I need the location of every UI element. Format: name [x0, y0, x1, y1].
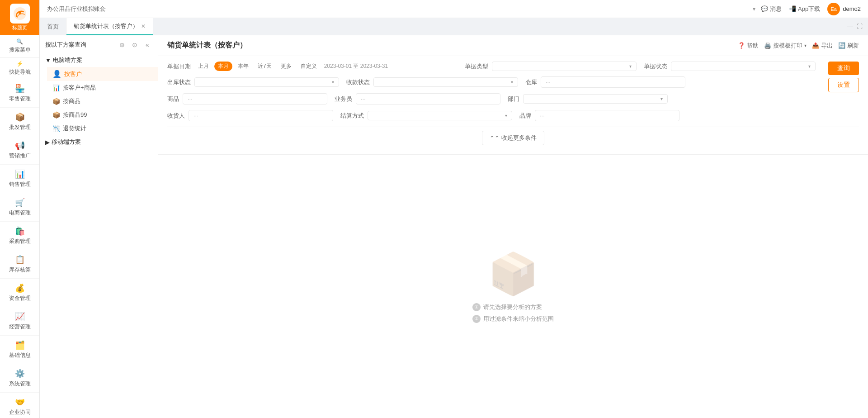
scheme-by-product-99[interactable]: 📦 按商品99 — [47, 108, 158, 122]
empty-state: 📦 ① 请先选择要分析的方案 ② 用过滤条件来缩小分析范围 — [158, 155, 868, 418]
topbar-dropdown-arrow[interactable]: ▾ — [753, 6, 755, 12]
sidebar-item-basic[interactable]: 🗂️ 基础信息 — [0, 336, 39, 364]
sidebar-item-inventory[interactable]: 📋 库存核算 — [0, 250, 39, 279]
dept-select[interactable]: ▾ — [523, 94, 668, 104]
out-status-select[interactable]: ▾ — [194, 77, 339, 87]
app-download-btn[interactable]: 📲 App下载 — [789, 5, 820, 13]
date-range: 2023-03-01 至 2023-03-31 — [324, 62, 388, 70]
filter-row-4: 收货人 ··· 结算方式 ▾ — [167, 110, 816, 121]
minimize-icon[interactable]: — — [847, 23, 853, 30]
purchase-icon: 🛍️ — [15, 226, 25, 236]
product-value: ··· — [188, 95, 193, 102]
staff-filter: 业务员 ··· — [335, 93, 500, 104]
sidebar-item-operations[interactable]: 📈 经营管理 — [0, 307, 39, 336]
by-customer-icon: 👤 — [52, 70, 61, 78]
last-7-days-btn[interactable]: 近7天 — [254, 62, 275, 71]
tab-sales-stats[interactable]: 销货单统计表（按客户） ✕ — [66, 18, 153, 35]
logo-text: 标题页 — [12, 24, 27, 31]
recipient-select[interactable]: ··· — [189, 110, 333, 121]
scheme-by-customer[interactable]: 👤 按客户 — [47, 67, 158, 81]
warehouse-select[interactable]: ··· — [541, 76, 685, 88]
collapse-panel-btn[interactable]: « — [142, 40, 152, 50]
mobile-scheme-parent[interactable]: ▶ 移动端方案 — [40, 135, 158, 149]
recipient-value: ··· — [193, 112, 198, 119]
sales-icon: 📊 — [15, 169, 25, 179]
tip-1-number: ① — [472, 303, 481, 311]
sidebar-item-marketing[interactable]: 📢 营销推广 — [0, 136, 39, 165]
print-btn[interactable]: 🖨️ 按模板打印 ▾ — [764, 42, 807, 50]
order-status-select[interactable]: ▾ — [671, 62, 816, 71]
sidebar-item-purchase[interactable]: 🛍️ 采购管理 — [0, 222, 39, 250]
staff-select[interactable]: ··· — [356, 93, 500, 104]
customer-product-label: 按客户+商品 — [63, 84, 96, 92]
return-stats-icon: 📉 — [52, 125, 60, 132]
sidebar-item-marketing-label: 营销推广 — [9, 152, 31, 160]
payment-method-label: 结算方式 — [340, 112, 364, 120]
right-panel: 销货单统计表（按客户） ❓ 帮助 🖨️ 按模板打印 ▾ 📤 导出 — [158, 35, 868, 418]
export-btn[interactable]: 📤 导出 — [812, 42, 833, 50]
tab-close-icon[interactable]: ✕ — [141, 24, 146, 29]
inventory-icon: 📋 — [15, 255, 25, 265]
last-month-btn[interactable]: 上月 — [194, 62, 212, 71]
product-select[interactable]: ··· — [183, 93, 327, 104]
sidebar-item-enterprise[interactable]: 🤝 企业协同 — [0, 393, 39, 418]
sidebar-item-basic-label: 基础信息 — [9, 352, 31, 359]
quick-nav-item[interactable]: ⚡ 快捷导航 — [0, 58, 39, 79]
desktop-section: ▼ 电脑端方案 👤 按客户 📊 按客户+商品 📦 按商品 — [40, 53, 158, 135]
refresh-btn[interactable]: 🔄 刷新 — [838, 42, 859, 50]
sidebar-item-system[interactable]: ⚙️ 系统管理 — [0, 364, 39, 393]
payment-method-select[interactable]: ▾ — [368, 111, 512, 120]
maximize-icon[interactable]: ⛶ — [857, 23, 863, 30]
operations-icon: 📈 — [15, 312, 25, 322]
date-label: 单据日期 — [167, 62, 191, 71]
date-selector: 上月 本月 本年 近7天 更多 自定义 — [194, 62, 321, 71]
search-menu-item[interactable]: 🔍 搜索菜单 — [0, 35, 39, 58]
sidebar-item-ecommerce[interactable]: 🛒 电商管理 — [0, 193, 39, 222]
scheme-customer-product[interactable]: 📊 按客户+商品 — [47, 81, 158, 95]
sidebar-item-retail-label: 零售管理 — [9, 95, 31, 103]
page-title: 销货单统计表（按客户） — [167, 41, 247, 50]
payment-status-select[interactable]: ▾ — [373, 77, 518, 87]
search-icon: 🔍 — [16, 38, 23, 45]
more-btn[interactable]: 更多 — [277, 62, 295, 71]
user-area[interactable]: Ea demo2 — [827, 3, 861, 15]
scheme-by-product[interactable]: 📦 按商品 — [47, 95, 158, 108]
by-customer-label: 按客户 — [64, 70, 82, 78]
finance-icon: 💰 — [15, 283, 25, 293]
sidebar-item-wholesale[interactable]: 📦 批发管理 — [0, 108, 39, 136]
order-type-label: 单据类型 — [465, 62, 488, 71]
customer-product-icon: 📊 — [52, 84, 60, 91]
tab-home[interactable]: 首页 — [40, 18, 66, 35]
this-month-btn[interactable]: 本月 — [214, 62, 232, 71]
query-btn[interactable]: 查询 — [828, 62, 859, 75]
retail-icon: 🏪 — [15, 84, 25, 94]
dept-filter: 部门 ▾ — [508, 94, 668, 104]
collapse-more-btn[interactable]: ⌃⌃ 收起更多条件 — [482, 131, 544, 145]
message-btn[interactable]: 💬 消息 — [761, 5, 782, 13]
sidebar-item-sales[interactable]: 📊 销售管理 — [0, 165, 39, 193]
sidebar-item-finance[interactable]: 💰 资金管理 — [0, 279, 39, 307]
settings-btn[interactable]: 设置 — [828, 78, 859, 92]
avatar-initials: Ea — [831, 6, 837, 12]
tip-2-text: 用过滤条件来缩小分析范围 — [483, 315, 554, 323]
sidebar-item-retail[interactable]: 🏪 零售管理 — [0, 79, 39, 108]
help-btn[interactable]: ❓ 帮助 — [738, 42, 759, 50]
chevron-down-icon: ▼ — [45, 57, 51, 64]
sidebar: 标题页 🔍 搜索菜单 ⚡ 快捷导航 🏪 零售管理 📦 批发管理 📢 营销推广 📊… — [0, 0, 40, 418]
filter-area: 单据日期 上月 本月 本年 近7天 更多 自定义 2023-03-01 至 20… — [158, 56, 868, 155]
add-scheme-btn[interactable]: ⊕ — [117, 40, 127, 50]
avatar: Ea — [827, 3, 840, 15]
this-year-btn[interactable]: 本年 — [234, 62, 252, 71]
settings-scheme-btn[interactable]: ⊙ — [130, 40, 140, 50]
add-icon: ⊕ — [119, 41, 125, 48]
collapse-up-icon: ⌃⌃ — [490, 135, 500, 142]
brand-select[interactable]: ··· — [535, 110, 679, 121]
order-type-select[interactable]: ▾ — [492, 62, 637, 71]
export-icon: 📤 — [812, 42, 819, 49]
scheme-return-stats[interactable]: 📉 退货统计 — [47, 122, 158, 135]
custom-btn[interactable]: 自定义 — [297, 62, 321, 71]
desktop-scheme-parent[interactable]: ▼ 电脑端方案 — [40, 53, 158, 67]
print-icon: 🖨️ — [764, 42, 771, 49]
empty-illustration: 📦 — [488, 250, 538, 298]
warehouse-label: 仓库 — [525, 78, 537, 86]
